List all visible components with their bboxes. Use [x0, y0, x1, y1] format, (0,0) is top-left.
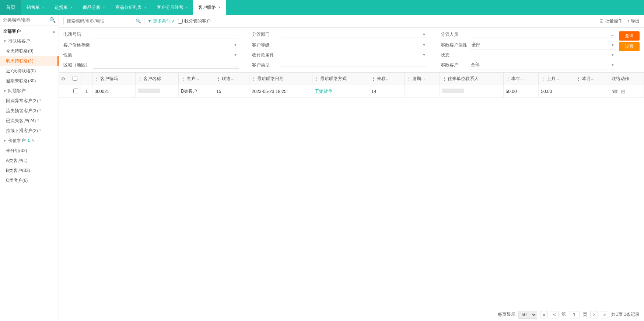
search-icon[interactable]: 🔍 — [136, 18, 141, 24]
filter-payment-select[interactable]: ▼ — [281, 52, 427, 58]
group-problem-customers[interactable]: ▼ 问题客户 — [0, 86, 59, 96]
filter-buttons: 查询 设置 — [619, 31, 640, 69]
my-customers-filter[interactable]: 我分管的客户 — [178, 18, 211, 24]
nav-first-btn[interactable]: « — [540, 311, 548, 318]
sidebar-item-class-b[interactable]: B类客户(33) — [0, 166, 59, 176]
close-product-analysis[interactable]: × — [103, 5, 105, 10]
filter-price-level-select[interactable]: ▼ — [93, 42, 239, 48]
sidebar-item-lost[interactable]: 已流失客户(24) ? — [0, 116, 59, 126]
sidebar-item-class-a[interactable]: A类客户(1) — [0, 156, 59, 166]
group-pending-contact[interactable]: ▼ 待联络客户 — [0, 36, 59, 46]
query-button[interactable]: 查询 — [619, 31, 640, 41]
sidebar-item-class-c[interactable]: C类客户(6) — [0, 176, 59, 186]
nav-prev-btn[interactable]: < — [551, 311, 559, 318]
close-purchase-order[interactable]: × — [70, 5, 72, 10]
page-number-input[interactable] — [569, 311, 580, 318]
filter-row-4: 区域（地区） … 客户类型 — [63, 61, 616, 69]
filter-row-2: 客户价格等级 ▼ 客户等级 ▼ — [63, 41, 616, 49]
sidebar-item-7days[interactable]: 近7天待联络(0) — [0, 66, 59, 76]
collapse-icon[interactable]: « — [53, 29, 56, 35]
group-value-label: 价值客户 — [8, 138, 26, 144]
all-customers-header[interactable]: 全部客户 « — [0, 25, 59, 36]
more-conditions-btn[interactable]: ▼ 更多条件 ∧ — [147, 18, 175, 24]
masked-name — [138, 89, 160, 93]
sidebar-item-tomorrow[interactable]: 明天待联络(1) — [0, 56, 59, 66]
action-icon-1[interactable]: ☎ — [612, 89, 618, 94]
filter-retail-attr-label: 零散客户属性 — [441, 42, 467, 48]
filter-dept-select[interactable]: ▼ — [281, 31, 427, 38]
edit-value-icon[interactable]: ✎ — [31, 138, 35, 143]
filter-customer-type-select[interactable] — [281, 64, 427, 66]
masked-person — [442, 89, 464, 93]
advanced-filter: 电话号码 分管部门 ▼ 分管人员 — [59, 28, 644, 73]
nav-next-btn[interactable]: > — [590, 311, 598, 318]
sidebar-item-declining[interactable]: 持续下滑客户(2) ? — [0, 126, 59, 136]
th-checkbox — [70, 73, 81, 85]
close-customer-contact[interactable]: × — [218, 5, 220, 10]
top-navigation: 首页 销售单 × 进货单 × 商品分析 × 商品分析列表 × 客户分层经营 × … — [0, 0, 644, 15]
chevron-down-icon-3: ▼ — [422, 43, 426, 47]
filter-nature-label: 性质 — [63, 52, 89, 58]
filter-customer-level-label: 客户等级 — [252, 42, 278, 48]
nav-product-analysis[interactable]: 商品分析 × — [78, 0, 110, 15]
filter-region-select[interactable]: … — [93, 62, 239, 69]
group-value-customers[interactable]: ▼ 价值客户 ↻ ✎ — [0, 136, 59, 146]
close-product-analysis-list[interactable]: × — [144, 5, 146, 10]
sidebar-search-icon[interactable]: 🔍 — [49, 17, 56, 23]
search-input[interactable] — [67, 18, 136, 24]
chevron-down-icon-2: ▼ — [234, 43, 237, 47]
filter-phone-input[interactable] — [92, 31, 239, 38]
th-actions: 联络动作 — [609, 73, 644, 85]
sidebar-item-loss-warning[interactable]: 流失预警客户(3) ? — [0, 106, 59, 116]
close-sales-order[interactable]: × — [42, 5, 44, 10]
chevron-down-icon-4: ▼ — [611, 43, 615, 47]
contact-method-link[interactable]: 下销货单 — [315, 89, 332, 94]
sidebar-item-overdue[interactable]: 逾期未联络(30) — [0, 76, 59, 86]
filter-nature-select[interactable]: ▼ — [92, 52, 239, 58]
sidebar-item-unclassified[interactable]: 未分组(32) — [0, 146, 59, 156]
sidebar-search-container: 🔍 — [0, 15, 59, 25]
filter-price-level-label: 客户价格等级 — [63, 42, 90, 48]
nav-product-analysis-list[interactable]: 商品分析列表 × — [110, 0, 151, 15]
table-row: 1 000021 B类客户 15 2023-05-23 18:25: 下销货单 … — [59, 85, 644, 98]
chevron-down-icon-8: ▼ — [611, 63, 615, 67]
sidebar: 🔍 全部客户 « ▼ 待联络客户 今天待联络(0) 明天待联络(1) 近7天待联… — [0, 15, 59, 321]
my-customers-checkbox[interactable] — [178, 19, 183, 24]
th-num — [81, 73, 92, 85]
nav-customer-layered[interactable]: 客户分层经营 × — [152, 0, 193, 15]
filter-retail-customer-select[interactable]: 全部 ▼ — [469, 61, 616, 69]
filter-bar: 🔍 ▼ 更多条件 ∧ 我分管的客户 ☑ 批量操作 ↑ 导出 — [59, 15, 644, 28]
more-icon[interactable]: … — [610, 32, 615, 37]
total-info: 共1页 1条记录 — [611, 311, 640, 318]
sidebar-item-today[interactable]: 今天待联络(0) — [0, 46, 59, 56]
per-page-select[interactable]: 50 100 200 — [518, 311, 537, 319]
nav-purchase-order[interactable]: 进货单 × — [49, 0, 77, 15]
checkbox-icon: ☑ — [599, 18, 603, 24]
filter-retail-attr: 零散客户属性 全部 ▼ — [441, 41, 616, 49]
th-customer-code: ⋮ 客户编码 — [92, 73, 135, 85]
row-checkbox[interactable] — [73, 89, 78, 93]
nav-last-btn[interactable]: » — [601, 311, 609, 318]
table-footer: 每页显示 50 100 200 « < 第 页 > » 共1页 1条记录 — [59, 308, 644, 321]
action-icon-2[interactable]: ⊞ — [621, 89, 625, 94]
refresh-value-icon[interactable]: ↻ — [27, 138, 31, 143]
nav-sales-order[interactable]: 销售单 × — [21, 0, 49, 15]
batch-operation-btn[interactable]: ☑ 批量操作 — [599, 18, 623, 24]
chevron-down-icon: ▼ — [422, 32, 426, 37]
more-icon-2[interactable]: … — [233, 63, 237, 67]
settings-icon[interactable]: ⚙ — [61, 76, 65, 82]
nav-home[interactable]: 首页 — [0, 0, 21, 15]
sidebar-item-repurchase-abnormal[interactable]: 回购异常客户(2) ? — [0, 96, 59, 106]
select-all-checkbox[interactable] — [73, 76, 77, 81]
filter-customer-level-select[interactable]: ▼ — [281, 42, 427, 48]
export-btn[interactable]: ↑ 导出 — [627, 18, 640, 24]
reset-button[interactable]: 设置 — [619, 42, 640, 51]
close-customer-layered[interactable]: × — [186, 5, 188, 10]
td-this-month — [574, 85, 609, 98]
sidebar-search-input[interactable] — [3, 17, 49, 23]
filter-status-select[interactable]: ▼ — [469, 52, 616, 58]
filter-person-select[interactable]: … — [469, 31, 616, 38]
group-problem-label: 问题客户 — [8, 88, 26, 94]
filter-retail-attr-select[interactable]: 全部 ▼ — [470, 41, 616, 49]
nav-customer-contact[interactable]: 客户联络 × — [193, 0, 225, 15]
